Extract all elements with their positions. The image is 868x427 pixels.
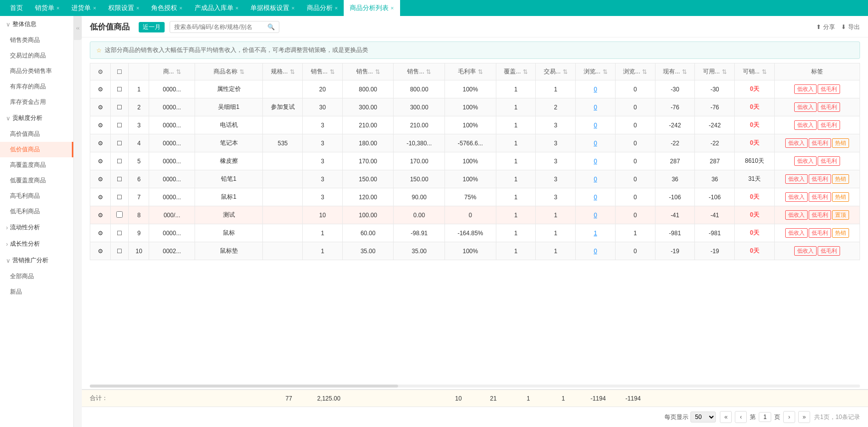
sidebar-item-all-products[interactable]: 全部商品 bbox=[0, 269, 73, 284]
col-coverage[interactable]: 覆盖...⇅ bbox=[496, 63, 536, 80]
col-views2[interactable]: 浏览...⇅ bbox=[615, 63, 655, 80]
row-settings[interactable]: ⚙ bbox=[90, 134, 111, 152]
col-gross-rate[interactable]: 毛利率⇅ bbox=[445, 63, 496, 80]
col-saleable[interactable]: 可销...⇅ bbox=[735, 63, 775, 80]
prev-page-button[interactable]: ‹ bbox=[735, 411, 747, 423]
nav-close-icon[interactable]: × bbox=[179, 5, 182, 11]
views-link[interactable]: 0 bbox=[594, 122, 597, 129]
sidebar-collapse-button[interactable]: ‹‹ bbox=[74, 16, 82, 40]
views-link[interactable]: 0 bbox=[594, 194, 597, 201]
sidebar-item-sales-products[interactable]: 销售类商品 bbox=[0, 32, 73, 48]
nav-product-analysis-list[interactable]: 商品分析列表 × bbox=[344, 0, 400, 16]
row-views1[interactable]: 1 bbox=[576, 224, 616, 242]
nav-close-icon[interactable]: × bbox=[56, 5, 59, 11]
nav-close-icon[interactable]: × bbox=[291, 5, 294, 11]
row-checkbox[interactable]: ☐ bbox=[111, 242, 129, 260]
nav-purchase[interactable]: 进货单 × bbox=[65, 0, 102, 16]
nav-product-analysis[interactable]: 商品分析 × bbox=[301, 0, 344, 16]
views-link[interactable]: 0 bbox=[594, 104, 597, 111]
filter-tag-recent-month[interactable]: 近一月 bbox=[139, 22, 165, 32]
row-views1[interactable]: 0 bbox=[576, 116, 616, 134]
col-name[interactable]: 商品名称⇅ bbox=[195, 63, 263, 80]
col-stock[interactable]: 现有...⇅ bbox=[655, 63, 695, 80]
share-button[interactable]: ⬆ 分享 bbox=[816, 23, 835, 31]
nav-close-icon[interactable]: × bbox=[136, 5, 139, 11]
row-checkbox[interactable]: ☐ bbox=[111, 80, 129, 98]
col-trade[interactable]: 交易...⇅ bbox=[536, 63, 576, 80]
col-views1[interactable]: 浏览...⇅ bbox=[576, 63, 616, 80]
nav-close-icon[interactable]: × bbox=[391, 5, 394, 11]
sidebar-group-liquidity[interactable]: › 流动性分析 bbox=[0, 219, 73, 236]
row-checkbox[interactable]: ☐ bbox=[111, 188, 129, 206]
views-link[interactable]: 0 bbox=[594, 86, 597, 93]
nav-home[interactable]: 首页 bbox=[4, 0, 29, 16]
col-sale-profit[interactable]: 销售...⇅ bbox=[394, 63, 445, 80]
row-checkbox[interactable]: ☐ bbox=[111, 152, 129, 170]
sidebar-item-new-products[interactable]: 新品 bbox=[0, 284, 73, 300]
row-settings[interactable]: ⚙ bbox=[90, 242, 111, 260]
nav-permissions[interactable]: 权限设置 × bbox=[102, 0, 145, 16]
search-input[interactable] bbox=[174, 23, 267, 30]
views-link[interactable]: 0 bbox=[594, 212, 597, 219]
row-checkbox[interactable]: ☐ bbox=[111, 170, 129, 188]
row-views1[interactable]: 0 bbox=[576, 206, 616, 224]
nav-sales-order[interactable]: 销货单 × bbox=[29, 0, 65, 16]
row-settings[interactable]: ⚙ bbox=[90, 224, 111, 242]
row-views1[interactable]: 0 bbox=[576, 188, 616, 206]
col-sale-qty[interactable]: 销售...⇅ bbox=[303, 63, 343, 80]
views-link[interactable]: 1 bbox=[594, 230, 597, 237]
sidebar-item-high-margin[interactable]: 高毛利商品 bbox=[0, 188, 73, 204]
sidebar-item-high-coverage[interactable]: 高覆盖度商品 bbox=[0, 157, 73, 173]
search-icon[interactable]: 🔍 bbox=[267, 23, 275, 30]
sidebar-group-growth[interactable]: › 成长性分析 bbox=[0, 236, 73, 252]
row-views1[interactable]: 0 bbox=[576, 170, 616, 188]
last-page-button[interactable]: » bbox=[798, 411, 810, 423]
nav-template-settings[interactable]: 单据模板设置 × bbox=[244, 0, 300, 16]
row-settings[interactable]: ⚙ bbox=[90, 98, 111, 116]
sidebar-item-category-rate[interactable]: 商品分类销售率 bbox=[0, 63, 73, 79]
sidebar-item-low-margin[interactable]: 低毛利商品 bbox=[0, 204, 73, 219]
sidebar-group-overall[interactable]: ∨ 整体信息 bbox=[0, 16, 73, 32]
sidebar-item-high-value[interactable]: 高价值商品 bbox=[0, 126, 73, 142]
nav-close-icon[interactable]: × bbox=[335, 5, 338, 11]
sidebar-item-capital[interactable]: 库存资金占用 bbox=[0, 94, 73, 110]
views-link[interactable]: 0 bbox=[594, 158, 597, 165]
row-settings[interactable]: ⚙ bbox=[90, 206, 111, 224]
row-settings[interactable]: ⚙ bbox=[90, 80, 111, 98]
sidebar-group-marketing[interactable]: ∨ 营销推广分析 bbox=[0, 252, 73, 269]
sidebar-item-traded-products[interactable]: 交易过的商品 bbox=[0, 48, 73, 63]
row-settings[interactable]: ⚙ bbox=[90, 170, 111, 188]
row-views1[interactable]: 0 bbox=[576, 80, 616, 98]
row-checkbox[interactable]: ☐ bbox=[111, 224, 129, 242]
export-button[interactable]: ⬇ 导出 bbox=[841, 23, 860, 31]
next-page-button[interactable]: › bbox=[783, 411, 795, 423]
first-page-button[interactable]: « bbox=[720, 411, 732, 423]
row-views1[interactable]: 0 bbox=[576, 242, 616, 260]
col-sale-amount[interactable]: 销售...⇅ bbox=[342, 63, 394, 80]
row-views1[interactable]: 0 bbox=[576, 134, 616, 152]
row-checkbox[interactable]: ☐ bbox=[111, 98, 129, 116]
row-checkbox[interactable]: ☐ bbox=[111, 116, 129, 134]
views-link[interactable]: 0 bbox=[594, 248, 597, 255]
col-available[interactable]: 可用...⇅ bbox=[695, 63, 735, 80]
views-link[interactable]: 0 bbox=[594, 140, 597, 147]
col-settings[interactable]: ⚙ bbox=[90, 63, 111, 80]
row-views1[interactable]: 0 bbox=[576, 98, 616, 116]
col-spec[interactable]: 规格...⇅ bbox=[263, 63, 303, 80]
row-settings[interactable]: ⚙ bbox=[90, 116, 111, 134]
row-settings[interactable]: ⚙ bbox=[90, 152, 111, 170]
nav-product-entry[interactable]: 产成品入库单 × bbox=[189, 0, 244, 16]
col-code[interactable]: 商...⇅ bbox=[149, 63, 195, 80]
horizontal-scrollbar[interactable] bbox=[82, 383, 868, 389]
row-settings[interactable]: ⚙ bbox=[90, 188, 111, 206]
search-box[interactable]: 🔍 bbox=[170, 21, 279, 33]
nav-close-icon[interactable]: × bbox=[235, 5, 238, 11]
sidebar-group-contribution[interactable]: ∨ 贡献度分析 bbox=[0, 110, 73, 126]
nav-close-icon[interactable]: × bbox=[93, 5, 96, 11]
row-checkbox[interactable]: ☐ bbox=[111, 134, 129, 152]
sidebar-item-stock-products[interactable]: 有库存的商品 bbox=[0, 79, 73, 94]
row-views1[interactable]: 0 bbox=[576, 152, 616, 170]
sidebar-item-low-coverage[interactable]: 低覆盖度商品 bbox=[0, 173, 73, 188]
page-size-select[interactable]: 20 50 100 bbox=[690, 412, 716, 423]
nav-roles[interactable]: 角色授权 × bbox=[145, 0, 188, 16]
